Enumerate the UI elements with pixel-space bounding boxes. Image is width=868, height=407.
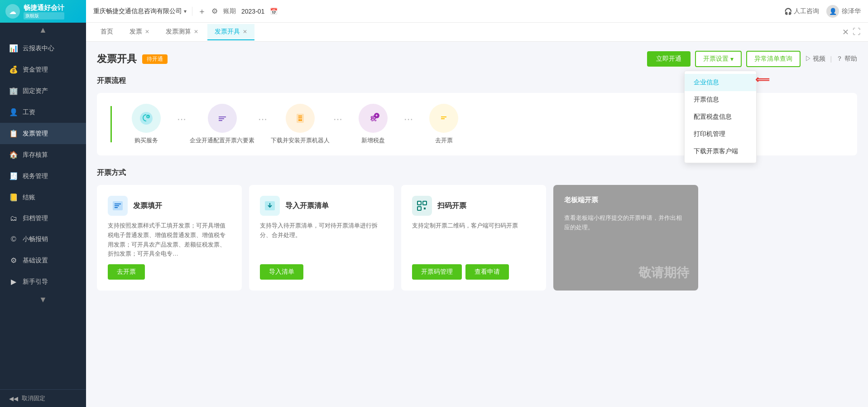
sidebar-item-payroll[interactable]: 👤 工资 (0, 102, 86, 123)
page-header: 发票开具 待开通 立即开通 开票设置 ▾ 异常清单查询 ▷ 视频 | (97, 51, 857, 67)
view-application-button[interactable]: 查看申请 (465, 264, 509, 280)
sidebar-label-settlement: 结账 (23, 194, 35, 202)
scan-code-buttons: 开票码管理 查看申请 (412, 264, 535, 280)
boss-card-desc: 查看老板端小程序提交的开票申请，并作出相应的处理。 (564, 213, 687, 233)
expand-button[interactable]: ⛶ (853, 27, 861, 37)
settings-button[interactable]: 开票设置 ▾ (695, 51, 742, 67)
tab-invoice[interactable]: 发票 ✕ (122, 24, 157, 40)
play-icon: ▷ (805, 55, 811, 62)
import-list-button[interactable]: 导入清单 (260, 264, 303, 280)
help-button[interactable]: ？ 帮助 (836, 55, 857, 63)
company-config-icon (208, 104, 237, 133)
activate-button[interactable]: 立即开通 (647, 51, 691, 67)
tab-invoice-calc-close[interactable]: ✕ (194, 29, 198, 35)
main-area: 首页 发票 ✕ 发票测算 ✕ 发票开具 ✕ ✕ ⛶ (86, 23, 868, 407)
sidebar-label-inventory: 库存核算 (23, 151, 48, 159)
sidebar-item-fund-mgmt[interactable]: 💰 资金管理 (0, 59, 86, 80)
consult-label: 人工咨询 (794, 7, 819, 15)
svg-rect-20 (115, 204, 121, 204)
help-label: 帮助 (844, 55, 857, 62)
boss-card-title: 老板端开票 (564, 196, 687, 204)
tab-invoice-label: 发票 (129, 28, 142, 36)
sidebar-item-basic-settings[interactable]: ⚙ 基础设置 (0, 250, 86, 271)
fund-icon: 💰 (9, 65, 18, 74)
dropdown-printer-mgmt[interactable]: 打印机管理 (685, 126, 756, 143)
dropdown-invoice-info[interactable]: 开票信息 (685, 91, 756, 108)
method-card-import-list: 导入开票清单 支持导入待开票清单，可对待开票清单进行拆分、合并处理。 导入清单 (249, 185, 394, 291)
method-header-scan: 扫码开票 (412, 196, 535, 216)
tab-invoice-issue-close[interactable]: ✕ (243, 29, 247, 35)
download-robot-icon (286, 104, 315, 133)
company-selector[interactable]: 重庆畅捷交通信息咨询有限公司 ▾ (93, 7, 187, 15)
go-invoice-label: 去开票 (435, 136, 453, 145)
settings-icon[interactable]: ⚙ (211, 7, 218, 15)
page-content: 发票开具 待开通 立即开通 开票设置 ▾ 异常清单查询 ▷ 视频 | (86, 42, 868, 407)
scroll-down-button[interactable]: ▼ (0, 292, 86, 307)
sidebar-item-tax-mgmt[interactable]: 🧾 税务管理 (0, 165, 86, 187)
sidebar-label-basic-settings: 基础设置 (23, 257, 48, 265)
add-tax-disk-icon: 税 + (359, 104, 388, 133)
settings-dropdown: ⟸ 企业信息 开票信息 配置税盘信息 打印机管理 (684, 71, 757, 163)
sidebar-item-xiaochang[interactable]: © 小畅报销 (0, 229, 86, 250)
tab-invoice-issue[interactable]: 发票开具 ✕ (207, 24, 254, 40)
calendar-icon[interactable]: 📅 (270, 8, 278, 15)
consult-button[interactable]: 🎧 人工咨询 (784, 7, 819, 15)
flow-step-add-tax-disk: 税 + 新增税盘 (346, 104, 400, 145)
sidebar-item-new-guide[interactable]: ▶ 新手引导 (0, 271, 86, 292)
svg-rect-8 (298, 116, 302, 116)
sidebar-label-xiaochang: 小畅报销 (23, 235, 48, 243)
dropdown-tax-disk[interactable]: 配置税盘信息 (685, 108, 756, 126)
page-title-area: 发票开具 待开通 (97, 52, 168, 66)
svg-point-10 (298, 119, 300, 121)
logo-sub: 旗舰版 (24, 12, 64, 19)
svg-rect-4 (219, 116, 226, 117)
methods-section-title: 开票方式 (97, 168, 857, 178)
question-icon: ？ (836, 55, 843, 62)
header-actions: 立即开通 开票设置 ▾ 异常清单查询 ▷ 视频 | ？ 帮助 (647, 51, 857, 67)
tab-invoice-calc[interactable]: 发票测算 ✕ (158, 24, 206, 40)
tab-invoice-close[interactable]: ✕ (145, 29, 149, 35)
manual-fill-icon (108, 196, 128, 216)
sidebar-item-fixed-assets[interactable]: 🏢 固定资产 (0, 80, 86, 102)
add-button[interactable]: ＋ (198, 6, 206, 17)
company-info-label: 企业信息 (694, 78, 719, 87)
abnormal-list-button[interactable]: 异常清单查询 (746, 51, 801, 67)
sidebar-item-cloud-report[interactable]: 📊 云报表中心 (0, 38, 86, 59)
video-button[interactable]: ▷ 视频 (805, 55, 826, 63)
sidebar: ▲ 📊 云报表中心 💰 资金管理 🏢 固定资产 👤 工资 📋 发票管理 🏠 库存… (0, 23, 86, 407)
sidebar-item-inventory[interactable]: 🏠 库存核算 (0, 144, 86, 165)
qr-code-mgmt-button[interactable]: 开票码管理 (412, 264, 462, 280)
manual-fill-desc: 支持按照发票样式手工填开发票；可开具增值税电子普通发票、增值税普通发票、增值税专… (108, 221, 231, 259)
scan-code-icon (412, 196, 432, 216)
method-card-manual-fill: 发票填开 支持按照发票样式手工填开发票；可开具增值税电子普通发票、增值税普通发票… (97, 185, 242, 291)
settlement-icon: 📒 (9, 193, 18, 202)
dropdown-download-client[interactable]: 下载开票客户端 (685, 143, 756, 160)
tab-home[interactable]: 首页 (93, 24, 120, 40)
scroll-up-button[interactable]: ▲ (0, 23, 86, 38)
sidebar-item-archive-mgmt[interactable]: 🗂 归档管理 (0, 208, 86, 229)
sidebar-item-settlement[interactable]: 📒 结账 (0, 187, 86, 208)
user-area[interactable]: 👤 徐泽华 (826, 5, 861, 18)
settings-button-label: 开票设置 (703, 55, 729, 63)
svg-rect-9 (298, 117, 302, 118)
close-all-tabs-button[interactable]: ✕ (842, 27, 849, 37)
divider (192, 7, 192, 16)
unpin-button[interactable]: ◀◀ 取消固定 (0, 389, 86, 407)
dropdown-company-info[interactable]: 企业信息 (685, 74, 756, 91)
svg-point-0 (140, 112, 153, 125)
sidebar-label-cloud-report: 云报表中心 (23, 44, 54, 53)
pin-icon: ◀◀ (9, 395, 18, 402)
go-invoice-button[interactable]: 去开票 (108, 264, 145, 280)
chevron-down-icon: ▾ (730, 55, 734, 63)
manual-fill-title: 发票填开 (133, 201, 162, 211)
logo-main: 畅捷通好会计 (24, 4, 64, 12)
methods-container: 发票填开 支持按照发票样式手工填开发票；可开具增值税电子普通发票、增值税普通发票… (97, 185, 857, 291)
sidebar-label-invoice-mgmt: 发票管理 (23, 130, 48, 138)
invoice-mgmt-icon: 📋 (9, 129, 18, 138)
unpin-label: 取消固定 (22, 394, 45, 402)
method-card-scan-code: 扫码开票 支持定制开票二维码，客户端可扫码开票 开票码管理 查看申请 (401, 185, 546, 291)
flow-arrow-4: ··· (400, 112, 417, 125)
sidebar-item-invoice-mgmt[interactable]: 📋 发票管理 (0, 123, 86, 144)
import-list-desc: 支持导入待开票清单，可对待开票清单进行拆分、合并处理。 (260, 221, 383, 240)
svg-rect-5 (219, 118, 224, 119)
